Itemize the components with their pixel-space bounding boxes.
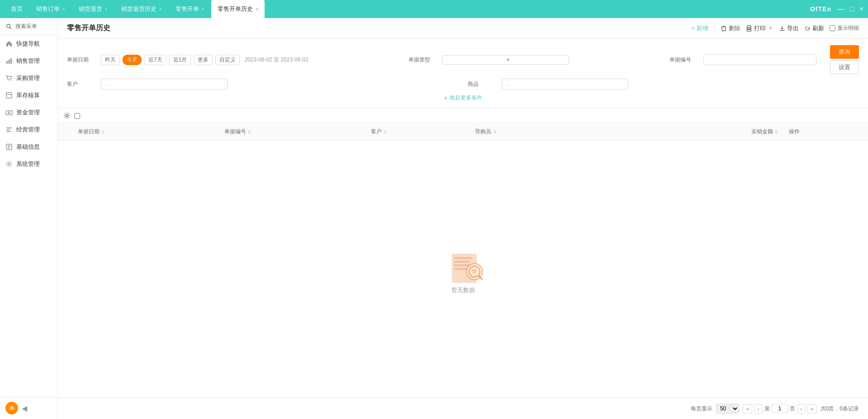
- pagination: 每页显示 50 10 20 100 « ‹ 第 页 › » 共0页，0条记录: [58, 398, 868, 419]
- tab-retail-open-history-close[interactable]: ×: [256, 7, 258, 12]
- filter-type-select[interactable]: ▼: [442, 55, 569, 65]
- sidebar-item-basic-info-label: 基础信息: [16, 143, 40, 151]
- svg-rect-7: [6, 93, 12, 98]
- query-button[interactable]: 查询: [830, 45, 859, 59]
- display-detail-check[interactable]: [830, 25, 835, 31]
- sidebar: 搜索采单 快捷导航 销售管理 采购管理 库存核算: [0, 18, 58, 419]
- page-label-after: 页: [790, 405, 795, 413]
- date-btn-1month[interactable]: 近1月: [169, 55, 191, 65]
- tab-retail-open-label: 零售开单: [175, 5, 199, 13]
- sidebar-collapse-button[interactable]: ◀: [22, 404, 27, 413]
- page-next-button[interactable]: ›: [797, 404, 805, 414]
- svg-rect-12: [6, 129, 10, 130]
- th-number[interactable]: 单据编号 ⇅: [219, 123, 365, 141]
- th-amount[interactable]: 实销金额 ⇅: [637, 123, 784, 141]
- tab-sales-return-history-close[interactable]: ×: [159, 7, 162, 12]
- sidebar-item-sales-mgmt[interactable]: 销售管理: [0, 52, 57, 70]
- sidebar-search-label: 搜索采单: [15, 23, 37, 30]
- th-customer[interactable]: 客户 ⇅: [365, 123, 470, 141]
- filter-goods-placeholder: ...: [506, 81, 624, 87]
- cart-icon: [5, 75, 13, 82]
- tab-retail-open-history[interactable]: 零售开单历史 ×: [211, 0, 265, 18]
- svg-point-5: [8, 80, 9, 81]
- sidebar-item-finance[interactable]: 资金管理: [0, 104, 57, 121]
- th-salesperson[interactable]: 导购员 ⇅: [470, 123, 595, 141]
- sort-salesperson-icon[interactable]: ⇅: [493, 129, 497, 134]
- sidebar-item-purchase-mgmt[interactable]: 采购管理: [0, 70, 57, 87]
- date-btn-more[interactable]: 更多: [194, 55, 213, 65]
- tab-sales-order-label: 销售订单: [36, 5, 60, 13]
- sidebar-item-basic-info[interactable]: 基础信息: [0, 138, 57, 155]
- table-settings-icon[interactable]: [63, 112, 71, 119]
- window-minimize-icon[interactable]: ×: [859, 5, 863, 13]
- sort-date-icon[interactable]: ⇅: [101, 129, 104, 134]
- tab-sales-order[interactable]: 销售订单 ×: [30, 0, 71, 18]
- svg-rect-28: [454, 257, 472, 259]
- svg-line-1: [10, 27, 12, 29]
- delete-button[interactable]: 删除: [721, 24, 740, 33]
- main-layout: 搜索采单 快捷导航 销售管理 采购管理 库存核算: [0, 18, 868, 419]
- date-btn-today[interactable]: 今天: [123, 55, 142, 65]
- date-btn-yesterday[interactable]: 昨天: [101, 55, 120, 65]
- page-header: 零售开单历史 + 新增 | 删除 打印 ▼ 导出: [58, 18, 868, 39]
- filter-ordernum-input[interactable]: [703, 54, 816, 65]
- page-last-button[interactable]: »: [807, 404, 816, 414]
- refresh-button[interactable]: 刷新: [804, 24, 824, 33]
- tab-sales-return-close[interactable]: ×: [105, 7, 108, 12]
- svg-point-10: [8, 112, 10, 114]
- table-area: 单据日期 ⇅ 单据编号 ⇅ 客户 ⇅ 导购员 ⇅: [58, 108, 868, 398]
- sidebar-search[interactable]: 搜索采单: [0, 18, 57, 35]
- print-button[interactable]: 打印 ▼: [746, 24, 773, 33]
- tab-home[interactable]: 首页: [5, 0, 29, 18]
- th-checkbox: [58, 123, 72, 141]
- sort-number-icon[interactable]: ⇅: [247, 129, 251, 134]
- th-date[interactable]: 单据日期 ⇅: [72, 123, 219, 141]
- window-maximize-icon[interactable]: □: [849, 5, 854, 13]
- empty-illustration: [445, 245, 481, 281]
- collapse-icon: ∧: [444, 95, 448, 101]
- sidebar-item-inventory[interactable]: 库存核算: [0, 87, 57, 104]
- brand-text: OfTEn: [810, 5, 831, 13]
- tab-sales-return-history[interactable]: 销货退货历史 ×: [115, 0, 168, 18]
- tab-home-label: 首页: [11, 5, 23, 13]
- page-label-before: 第: [764, 405, 770, 413]
- svg-point-6: [10, 80, 11, 81]
- filter-customer-input[interactable]: ...: [101, 79, 228, 89]
- empty-state: 暂无数据: [58, 141, 868, 398]
- svg-rect-2: [6, 61, 8, 64]
- filter-goods-input[interactable]: ...: [502, 79, 628, 89]
- svg-rect-31: [454, 268, 468, 270]
- tab-retail-open-close[interactable]: ×: [202, 7, 204, 12]
- sort-customer-icon[interactable]: ⇅: [383, 129, 387, 134]
- date-btn-custom[interactable]: 自定义: [215, 55, 240, 65]
- svg-rect-11: [6, 127, 12, 128]
- sidebar-gear-button[interactable]: [5, 402, 18, 414]
- sidebar-item-finance-label: 资金管理: [16, 108, 40, 117]
- add-button[interactable]: + 新增: [692, 24, 708, 33]
- window-close-icon[interactable]: —: [837, 5, 844, 13]
- per-page-select[interactable]: 50 10 20 100: [716, 404, 739, 414]
- page-number-input[interactable]: [772, 404, 788, 413]
- tab-sales-order-close[interactable]: ×: [62, 7, 65, 12]
- tab-sales-return[interactable]: 销货退货 ×: [72, 0, 114, 18]
- sidebar-item-quick-nav[interactable]: 快捷导航: [0, 35, 57, 52]
- svg-rect-13: [6, 131, 11, 132]
- sidebar-item-system[interactable]: 系统管理: [0, 155, 57, 173]
- sidebar-item-operation[interactable]: 经营管理: [0, 121, 57, 138]
- home-icon: [5, 40, 13, 47]
- page-first-button[interactable]: «: [743, 404, 752, 414]
- tab-retail-open[interactable]: 零售开单 ×: [169, 0, 211, 18]
- select-all-checkbox[interactable]: [74, 113, 80, 119]
- collapse-filter-button[interactable]: ∧ 收起更多条件: [444, 94, 482, 102]
- setting-button[interactable]: 设置: [830, 61, 859, 74]
- filter-type-arrow: ▼: [506, 57, 565, 62]
- tab-list: 首页 销售订单 × 销货退货 × 销货退货历史 × 零售开单 × 零售开单历史 …: [5, 0, 810, 18]
- data-table: 单据日期 ⇅ 单据编号 ⇅ 客户 ⇅ 导购员 ⇅: [58, 123, 868, 141]
- date-btn-7days[interactable]: 近7天: [144, 55, 166, 65]
- delete-icon: [721, 25, 727, 32]
- page-prev-button[interactable]: ‹: [754, 404, 762, 414]
- sort-amount-icon[interactable]: ⇅: [774, 129, 778, 134]
- export-button[interactable]: 导出: [779, 24, 799, 33]
- filter-area: 单据日期 昨天 今天 近7天 近1月 更多 自定义 2023-06-02 至 2…: [58, 39, 868, 108]
- display-detail-checkbox[interactable]: 显示明细: [830, 24, 859, 32]
